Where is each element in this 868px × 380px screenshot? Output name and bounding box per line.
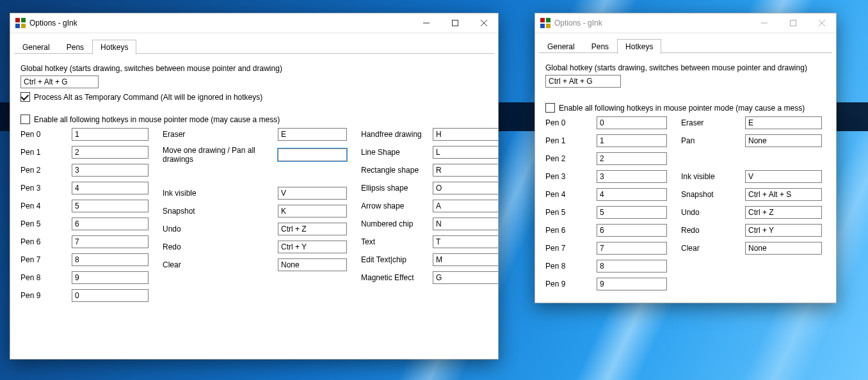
pen9-label: Pen 9 (20, 291, 72, 300)
pen9-input[interactable] (72, 289, 149, 302)
eraser-input[interactable] (278, 128, 347, 141)
pen4-input[interactable] (597, 188, 667, 201)
pen5-input[interactable] (72, 218, 149, 230)
global-hotkey-input[interactable] (20, 75, 99, 88)
app-icon (540, 18, 551, 28)
pen3-input[interactable] (597, 170, 667, 183)
pen0-input[interactable] (597, 116, 667, 129)
tab-general[interactable]: General (539, 39, 583, 54)
eraser-input[interactable] (745, 116, 822, 129)
enable-all-label: Enable all following hotkeys in mouse po… (34, 115, 280, 124)
pen3-label: Pen 3 (545, 172, 597, 181)
clear-input[interactable] (278, 258, 347, 271)
pan-input[interactable] (278, 148, 347, 161)
pen2-input[interactable] (72, 164, 149, 177)
redo-label: Redo (681, 226, 745, 235)
redo-input[interactable] (745, 224, 822, 237)
handfree-label: Handfree drawing (361, 130, 433, 139)
redo-label: Redo (163, 242, 278, 251)
tab-panel-hotkeys: Global hotkey (starts drawing, switches … (535, 53, 836, 303)
pen5-input[interactable] (597, 206, 667, 219)
pan-label: Move one drawing / Pan all drawings (163, 146, 278, 164)
snapshot-input[interactable] (745, 188, 822, 201)
tab-pens[interactable]: Pens (583, 39, 617, 54)
pen3-input[interactable] (72, 182, 149, 194)
pen7-label: Pen 7 (545, 244, 597, 253)
enable-all-label: Enable all following hotkeys in mouse po… (559, 104, 805, 113)
process-alt-label: Process Alt as Temporary Command (Alt wi… (34, 93, 262, 102)
pen0-input[interactable] (72, 128, 149, 141)
line-input[interactable] (433, 146, 498, 159)
pen8-label: Pen 8 (20, 273, 72, 282)
close-button[interactable] (469, 13, 498, 33)
global-hotkey-input[interactable] (545, 75, 621, 88)
clear-input[interactable] (745, 242, 822, 255)
tabstrip: General Pens Hotkeys (10, 33, 498, 54)
pen1-label: Pen 1 (545, 136, 597, 145)
enable-all-checkbox[interactable] (20, 115, 30, 124)
pen4-label: Pen 4 (20, 202, 72, 210)
ellipse-input[interactable] (433, 182, 498, 194)
edittext-input[interactable] (433, 253, 498, 266)
process-alt-row[interactable]: Process Alt as Temporary Command (Alt wi… (20, 92, 488, 102)
text-label: Text (361, 237, 433, 246)
undo-input[interactable] (745, 206, 822, 219)
pen7-input[interactable] (597, 242, 667, 255)
tab-panel-hotkeys: Global hotkey (starts drawing, switches … (10, 54, 498, 359)
numchip-input[interactable] (433, 218, 498, 230)
enable-all-checkbox[interactable] (545, 103, 555, 113)
pan-input[interactable] (745, 134, 822, 147)
undo-input[interactable] (278, 223, 347, 235)
titlebar[interactable]: Options - gInk (535, 13, 836, 33)
maximize-button[interactable] (440, 13, 469, 33)
minimize-button[interactable] (750, 13, 778, 33)
redo-input[interactable] (278, 241, 347, 253)
options-window-1[interactable]: Options - gInk General Pens Hotkeys Glob… (10, 13, 499, 360)
minimize-button[interactable] (412, 13, 440, 33)
pen8-input[interactable] (597, 260, 667, 273)
tab-hotkeys[interactable]: Hotkeys (617, 39, 661, 54)
pen2-input[interactable] (597, 152, 667, 165)
arrow-label: Arrow shape (361, 202, 433, 210)
handfree-input[interactable] (433, 128, 498, 141)
pen8-input[interactable] (72, 271, 149, 284)
snapshot-input[interactable] (278, 205, 347, 218)
inkvisible-input[interactable] (278, 187, 347, 200)
close-button[interactable] (807, 13, 836, 33)
tab-general[interactable]: General (14, 40, 58, 54)
tab-hotkeys[interactable]: Hotkeys (92, 40, 136, 54)
options-window-2[interactable]: Options - gInk General Pens Hotkeys Glob… (534, 13, 837, 303)
rect-label: Rectangle shape (361, 166, 433, 175)
maximize-button[interactable] (778, 13, 807, 33)
magnet-input[interactable] (433, 271, 498, 284)
process-alt-checkbox[interactable] (20, 92, 30, 102)
window-title: Options - gInk (29, 19, 77, 28)
text-input[interactable] (433, 235, 498, 248)
window-controls (750, 13, 836, 33)
pen2-label: Pen 2 (20, 166, 72, 175)
undo-label: Undo (681, 208, 745, 217)
pen7-input[interactable] (72, 253, 149, 266)
pen9-input[interactable] (597, 278, 667, 290)
pen1-label: Pen 1 (20, 148, 72, 157)
pen6-input[interactable] (597, 224, 667, 237)
arrow-input[interactable] (433, 200, 498, 212)
pen1-input[interactable] (597, 134, 667, 147)
tab-pens[interactable]: Pens (58, 40, 92, 54)
pen0-label: Pen 0 (20, 130, 72, 139)
tabstrip: General Pens Hotkeys (535, 33, 836, 54)
window-title: Options - gInk (554, 19, 602, 28)
pen6-input[interactable] (72, 235, 149, 248)
pen-hotkeys-column: Pen 0 Pen 1 Pen 2 Pen 3 Pen 4 Pen 5 Pen … (20, 128, 149, 307)
pen1-input[interactable] (72, 146, 149, 159)
titlebar[interactable]: Options - gInk (10, 13, 498, 33)
pen4-label: Pen 4 (545, 190, 597, 199)
line-label: Line Shape (361, 148, 433, 157)
pen5-label: Pen 5 (545, 208, 597, 217)
pen4-input[interactable] (72, 200, 149, 212)
inkvisible-input[interactable] (745, 170, 822, 183)
ellipse-label: Ellipsis shape (361, 184, 433, 193)
rect-input[interactable] (433, 164, 498, 177)
enable-all-row[interactable]: Enable all following hotkeys in mouse po… (545, 103, 826, 113)
enable-all-row[interactable]: Enable all following hotkeys in mouse po… (20, 115, 488, 124)
